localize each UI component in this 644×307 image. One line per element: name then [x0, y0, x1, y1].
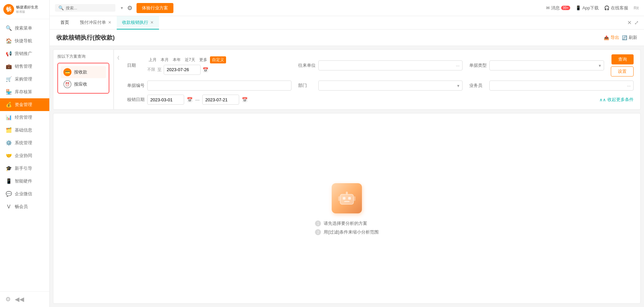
sidebar-item-guide[interactable]: 🎓 新手引导	[0, 162, 49, 175]
sidebar-item-enterprise[interactable]: 🤝 企业协同	[0, 149, 49, 162]
verify-date-end-calendar-icon[interactable]: 📅	[242, 97, 248, 102]
query-button[interactable]: 查询	[611, 54, 634, 64]
sales-icon: 💼	[5, 63, 12, 69]
guide-icon: 🎓	[5, 165, 12, 171]
sidebar-item-operations[interactable]: 📊 经营管理	[0, 111, 49, 124]
sidebar-item-operations-label: 经营管理	[15, 114, 32, 120]
filter-option-by-receivable[interactable]: ⏰ 按应收	[61, 78, 106, 90]
refresh-button[interactable]: 🔄 刷新	[622, 35, 637, 41]
sidebar-item-wechat[interactable]: 💬 企业微信	[0, 188, 49, 200]
sidebar-item-inventory[interactable]: 🏪 库存核算	[0, 86, 49, 98]
settings-bottom-icon[interactable]: ⚙	[5, 296, 11, 303]
staff-dots-icon[interactable]: ···	[627, 83, 631, 88]
sidebar-item-search[interactable]: 🔍 搜索菜单	[0, 22, 49, 35]
sidebar-item-funds[interactable]: 💰 资金管理	[0, 98, 49, 111]
sidebar-item-funds-label: 资金管理	[15, 102, 32, 108]
filter-sidebar: 按以下方案查询 💳 按收款 ⏰ 按应收	[53, 50, 114, 109]
refresh-label: 刷新	[629, 35, 637, 41]
filter-area: 按以下方案查询 💳 按收款 ⏰ 按应收 《	[53, 49, 641, 110]
sidebar-item-member[interactable]: Ⅴ 畅会员	[0, 200, 49, 213]
date-btn-custom[interactable]: 自定义	[210, 56, 226, 63]
date-shortcuts: 上月 本月 本年 近7天 更多 自定义	[147, 56, 291, 63]
svg-rect-4	[346, 192, 348, 194]
counterpart-dots-icon[interactable]: ···	[456, 63, 460, 68]
logo-text-group: 畅捷通好生意 标准版	[16, 5, 38, 14]
svg-rect-3	[344, 201, 350, 202]
staff-select[interactable]: ···	[489, 81, 634, 91]
filter-option-receipt-label: 按收款	[74, 69, 87, 75]
sidebar-item-quick-nav[interactable]: 🏠 快捷导航	[0, 35, 49, 47]
megaphone-icon: 📢	[5, 51, 12, 57]
topbar-gear-icon[interactable]: ⚙	[127, 4, 132, 12]
counterpart-select[interactable]: ···	[318, 60, 463, 70]
app-logo-icon: 畅	[3, 4, 14, 15]
sidebar-item-hardware[interactable]: 📱 智能硬件	[0, 175, 49, 188]
tab-prepay-label: 预付冲应付单	[80, 19, 106, 25]
export-button[interactable]: 📤 导出	[604, 35, 619, 41]
sidebar-item-purchase[interactable]: 🛒 采购管理	[0, 73, 49, 86]
online-service-action[interactable]: 🎧 在线客服	[604, 5, 628, 11]
date-btn-7days[interactable]: 近7天	[183, 56, 197, 63]
setting-button[interactable]: 设置	[611, 66, 634, 76]
collapse-more-label: 收起更多条件	[607, 97, 634, 103]
date-btn-this-year[interactable]: 本年	[171, 56, 182, 63]
message-action[interactable]: ✉ 消息 99+	[546, 5, 570, 11]
topbar-search-box[interactable]: 🔍	[55, 4, 115, 12]
tab-prepay[interactable]: 预付冲应付单 ✕	[74, 16, 117, 30]
topbar-dropdown-icon[interactable]: ▾	[121, 5, 123, 10]
sidebar-item-sales[interactable]: 💼 销售管理	[0, 60, 49, 73]
date-end-input[interactable]	[164, 65, 201, 75]
doc-no-label: 单据编号	[127, 83, 145, 89]
industry-solution-button[interactable]: 体验行业方案	[137, 3, 173, 13]
user-info[interactable]: Rit	[634, 6, 639, 10]
verify-date-start-calendar-icon[interactable]: 📅	[187, 97, 193, 102]
sidebar-item-wechat-label: 企业微信	[15, 191, 32, 197]
sidebar-item-system-label: 系统管理	[15, 140, 32, 146]
receipt-option-icon: 💳	[63, 68, 71, 76]
purchase-icon: 🛒	[5, 76, 12, 82]
tab-receipt-verify[interactable]: 收款核销执行 ✕	[117, 16, 159, 30]
doc-no-field: 单据编号	[127, 81, 291, 91]
filter-collapse-sidebar-btn[interactable]: 《	[114, 50, 120, 109]
collapse-sidebar-icon[interactable]: ◀◀	[15, 296, 24, 303]
tab-prepay-close[interactable]: ✕	[108, 20, 111, 25]
verify-date-row: 核销日期 📅 — 📅 ∧∧ 收起更多条件	[127, 95, 634, 105]
sidebar-item-basic-info[interactable]: 🗂️ 基础信息	[0, 124, 49, 137]
date-sep1: 至	[157, 67, 162, 73]
app-download-action[interactable]: 📱 App下载	[576, 5, 599, 11]
header-buttons: 📤 导出 🔄 刷新	[604, 35, 637, 41]
filter-option-by-receipt[interactable]: 💳 按收款	[61, 66, 106, 78]
dept-dropdown-icon[interactable]: ▾	[457, 83, 460, 88]
date-unlimited-label: 不限	[147, 67, 155, 72]
tab-home-label: 首页	[60, 19, 69, 25]
date-calendar-icon[interactable]: 📅	[203, 67, 208, 72]
dept-select[interactable]: ▾	[318, 81, 463, 91]
sidebar-item-inventory-label: 库存核算	[15, 89, 32, 95]
date-range-field: 不限 至 📅	[147, 65, 291, 75]
sidebar-item-marketing[interactable]: 📢 营销推广	[0, 47, 49, 60]
sidebar-item-system[interactable]: ⚙️ 系统管理	[0, 137, 49, 149]
content-area: 收款核销执行(按收款) 📤 导出 🔄 刷新 按以下方案查询 💳	[50, 30, 644, 307]
tab-receipt-verify-close[interactable]: ✕	[150, 20, 154, 25]
tab-home[interactable]: 首页	[55, 16, 74, 30]
date-btn-last-month[interactable]: 上月	[147, 56, 158, 63]
doc-type-dropdown-icon[interactable]: ▾	[599, 63, 601, 68]
maximize-window-icon[interactable]: ⤢	[634, 19, 639, 26]
doc-no-input[interactable]	[147, 81, 291, 91]
topbar-search-input[interactable]	[66, 6, 106, 10]
verify-date-end-input[interactable]	[202, 95, 239, 105]
date-field: 日期 上月 本月 本年 近7天 更多 自定义 不限 至	[127, 54, 291, 76]
doc-type-select[interactable]: ▾	[489, 60, 604, 70]
date-btn-more[interactable]: 更多	[198, 56, 209, 63]
date-btn-this-month[interactable]: 本月	[159, 56, 170, 63]
message-icon: ✉	[546, 5, 550, 10]
verify-date-start-input[interactable]	[147, 95, 184, 105]
close-window-icon[interactable]: ✕	[627, 19, 632, 26]
sidebar-item-guide-label: 新手引导	[15, 165, 32, 171]
sidebar-nav: 🔍 搜索菜单 🏠 快捷导航 📢 营销推广 💼 销售管理 🛒 采购管理 🏪 库存核…	[0, 19, 49, 291]
counterpart-field: 往来单位 ···	[298, 54, 463, 76]
online-service-label: 在线客服	[611, 5, 628, 11]
verify-date-sep: —	[195, 97, 200, 102]
collapse-more-button[interactable]: ∧∧ 收起更多条件	[599, 97, 634, 103]
inventory-icon: 🏪	[5, 89, 12, 95]
